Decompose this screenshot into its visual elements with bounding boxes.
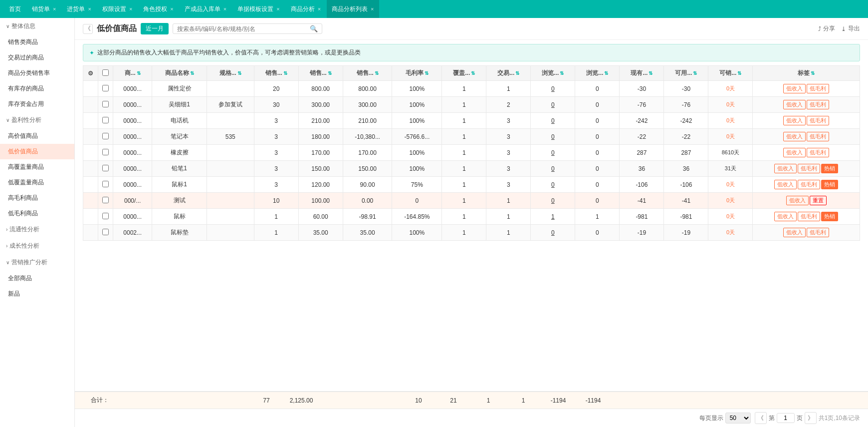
row-checkbox[interactable] [102, 213, 109, 219]
row-settings[interactable] [83, 193, 98, 209]
row-checkbox-cell[interactable] [98, 193, 113, 209]
search-input[interactable] [177, 25, 308, 32]
nav-product-analysis-list[interactable]: 商品分析列表 × [327, 0, 379, 18]
sidebar-item-stocked-goods[interactable]: 有库存的商品 [0, 81, 74, 96]
sidebar-item-high-coverage[interactable]: 高覆盖量商品 [0, 159, 74, 175]
close-icon[interactable]: × [371, 6, 374, 12]
browse-link[interactable]: 0 [551, 133, 555, 140]
row-settings[interactable] [83, 177, 98, 193]
table-header-settings[interactable]: ⚙ [83, 66, 98, 81]
row-checkbox-cell[interactable] [98, 81, 113, 97]
row-settings[interactable] [83, 161, 98, 177]
row-checkbox-cell[interactable] [98, 209, 113, 225]
row-checkbox[interactable] [102, 165, 109, 171]
share-button[interactable]: ⤴ 分享 [818, 24, 835, 33]
sidebar-item-category-rate[interactable]: 商品分类销售率 [0, 65, 74, 81]
row-browse1[interactable]: 1 [531, 209, 575, 225]
row-settings[interactable] [83, 129, 98, 145]
row-checkbox-cell[interactable] [98, 225, 113, 241]
browse-link[interactable]: 0 [551, 85, 555, 92]
row-settings[interactable] [83, 145, 98, 161]
row-checkbox[interactable] [102, 197, 109, 203]
sidebar-item-low-margin[interactable]: 低毛利商品 [0, 206, 74, 221]
row-checkbox-cell[interactable] [98, 113, 113, 129]
row-settings[interactable] [83, 225, 98, 241]
row-browse1[interactable]: 0 [531, 161, 575, 177]
browse-link[interactable]: 0 [551, 101, 555, 108]
row-browse1[interactable]: 0 [531, 145, 575, 161]
sidebar-group-growth[interactable]: › 成长性分析 [0, 238, 74, 254]
row-settings[interactable] [83, 209, 98, 225]
search-icon[interactable]: 🔍 [310, 25, 318, 32]
row-browse1[interactable]: 0 [531, 113, 575, 129]
nav-product-inbound[interactable]: 产成品入库单 × [180, 0, 231, 18]
nav-product-analysis[interactable]: 商品分析 × [286, 0, 326, 18]
filter-button[interactable]: 近一月 [141, 23, 169, 34]
page-size-select[interactable]: 50 100 200 [725, 413, 751, 424]
row-settings[interactable] [83, 81, 98, 97]
page-number-input[interactable] [777, 413, 795, 423]
sidebar-item-low-value[interactable]: 低价值商品 [0, 144, 74, 159]
row-checkbox[interactable] [102, 117, 109, 123]
row-checkbox[interactable] [102, 149, 109, 155]
close-icon[interactable]: × [88, 6, 91, 12]
nav-template-setting[interactable]: 单据模板设置 × [232, 0, 284, 18]
close-icon[interactable]: × [170, 6, 173, 12]
row-browse1[interactable]: 0 [531, 193, 575, 209]
row-sales2: 300.00 [298, 97, 343, 113]
row-spec [207, 113, 254, 129]
row-checkbox[interactable] [102, 133, 109, 139]
browse-link[interactable]: 0 [551, 149, 555, 156]
sidebar-group-marketing[interactable]: ∨ 营销推广分析 [0, 254, 74, 271]
nav-sales-order[interactable]: 销货单 × [27, 0, 61, 18]
row-checkbox-cell[interactable] [98, 97, 113, 113]
row-browse1[interactable]: 0 [531, 129, 575, 145]
row-browse1[interactable]: 0 [531, 81, 575, 97]
browse-link[interactable]: 0 [551, 165, 555, 172]
sidebar-group-flow[interactable]: › 流通性分析 [0, 221, 74, 238]
browse-link[interactable]: 0 [551, 117, 555, 124]
sidebar-group-profit[interactable]: ∨ 盈利性分析 [0, 112, 74, 128]
table-header-checkbox[interactable] [98, 66, 113, 81]
nav-permission-setting[interactable]: 权限设置 × [97, 0, 137, 18]
row-browse1[interactable]: 0 [531, 225, 575, 241]
row-checkbox-cell[interactable] [98, 145, 113, 161]
sidebar-group-overall[interactable]: ∨ 整体信息 [0, 18, 74, 34]
row-browse1[interactable]: 0 [531, 177, 575, 193]
sidebar-item-low-coverage[interactable]: 低覆盖量商品 [0, 175, 74, 190]
close-icon[interactable]: × [53, 6, 56, 12]
first-page-button[interactable]: 《 [755, 412, 767, 424]
sidebar-collapse-button[interactable]: 《 [83, 24, 93, 34]
row-checkbox[interactable] [102, 181, 109, 187]
close-icon[interactable]: × [129, 6, 132, 12]
nav-purchase-order[interactable]: 进货单 × [62, 0, 96, 18]
row-checkbox[interactable] [102, 85, 109, 91]
row-settings[interactable] [83, 113, 98, 129]
sidebar-item-new-goods[interactable]: 新品 [0, 286, 74, 302]
sidebar-item-high-margin[interactable]: 高毛利商品 [0, 190, 74, 206]
last-page-button[interactable]: 》 [805, 412, 817, 424]
row-checkbox-cell[interactable] [98, 129, 113, 145]
nav-home[interactable]: 首页 [4, 0, 26, 18]
row-checkbox-cell[interactable] [98, 161, 113, 177]
sidebar-item-traded-goods[interactable]: 交易过的商品 [0, 50, 74, 65]
row-checkbox[interactable] [102, 229, 109, 235]
row-checkbox-cell[interactable] [98, 177, 113, 193]
browse-link[interactable]: 1 [551, 213, 555, 220]
export-button[interactable]: ⤓ 导出 [841, 24, 860, 33]
sidebar-item-high-value[interactable]: 高价值商品 [0, 128, 74, 144]
close-icon[interactable]: × [318, 6, 321, 12]
sidebar-item-all-goods[interactable]: 全部商品 [0, 271, 74, 286]
select-all-checkbox[interactable] [102, 69, 109, 76]
browse-link[interactable]: 0 [551, 229, 555, 236]
sidebar-item-stock-capital[interactable]: 库存资金占用 [0, 96, 74, 112]
browse-link[interactable]: 0 [551, 181, 555, 188]
close-icon[interactable]: × [276, 6, 279, 12]
browse-link[interactable]: 0 [551, 197, 555, 204]
row-checkbox[interactable] [102, 101, 109, 107]
row-browse1[interactable]: 0 [531, 97, 575, 113]
close-icon[interactable]: × [223, 6, 226, 12]
sidebar-item-sales-goods[interactable]: 销售类商品 [0, 34, 74, 50]
nav-role-auth[interactable]: 角色授权 × [138, 0, 178, 18]
row-settings[interactable] [83, 97, 98, 113]
